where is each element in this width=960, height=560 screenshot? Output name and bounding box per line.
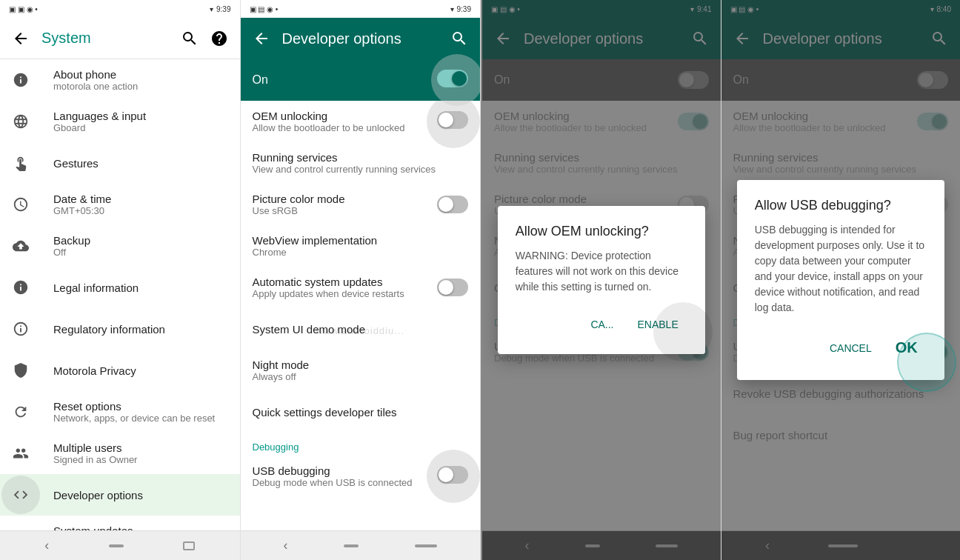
users-sub: Signed in as Owner: [53, 454, 137, 465]
system-title: System: [41, 30, 91, 47]
settings-item-night-mid[interactable]: Night mode Always off: [241, 350, 481, 391]
nav-item-about[interactable]: About phone motorola one action: [0, 59, 240, 101]
back-button-mid[interactable]: [253, 30, 270, 47]
color-title-mid: Picture color mode: [253, 193, 438, 205]
back-nav-left[interactable]: ‹: [44, 538, 49, 553]
usb-dialog-body: USB debugging is intended for developmen…: [755, 222, 927, 316]
nav-item-developer[interactable]: Developer options: [0, 474, 240, 516]
settings-item-oem-mid[interactable]: OEM unlocking Allow the bootloader to be…: [241, 101, 481, 142]
running-title-mid: Running services: [253, 151, 469, 164]
settings-item-webview-mid[interactable]: WebView implementation Chrome: [241, 225, 481, 267]
reset-text: Reset options Network, apps, or device c…: [53, 400, 215, 424]
date-sub: GMT+05:30: [53, 205, 111, 216]
mid-status-left-icons: ▣ ▤ ◉ •: [250, 5, 279, 13]
languages-sub: Gboard: [53, 122, 146, 133]
status-bar-left: ▣ ▣ ◉ • ▾ 9:39: [0, 0, 240, 18]
backup-text: Backup Off: [53, 234, 90, 258]
motorola-title: Motorola Privacy: [53, 364, 136, 377]
system-toolbar: System: [0, 18, 240, 59]
back-nav-mid[interactable]: ‹: [283, 538, 287, 553]
usb-cancel-btn[interactable]: Cancel: [821, 333, 881, 362]
reset-icon: [12, 403, 30, 421]
info-icon: [12, 71, 30, 89]
settings-item-usb-mid[interactable]: USB debugging Debug mode when USB is con…: [241, 456, 481, 497]
dev-title-mid: Developer options: [282, 30, 401, 47]
oem-title-mid: OEM unlocking: [253, 110, 438, 122]
nav-item-motorola[interactable]: Motorola Privacy: [0, 350, 240, 391]
oem-toggle-wrap-mid: [437, 111, 468, 132]
ok-circle: [897, 333, 956, 392]
regulatory-text: Regulatory information: [53, 323, 165, 336]
home-dot-left[interactable]: [109, 544, 124, 547]
webview-title-mid: WebView implementation: [253, 234, 469, 247]
usb-dialog-overlay: Allow USB debugging? USB debugging is in…: [721, 0, 961, 560]
search-button-mid[interactable]: [450, 30, 468, 47]
usb-dialog: Allow USB debugging? USB debugging is in…: [737, 180, 944, 380]
status-bar-mid: ▣ ▤ ◉ • ▾ 9:39: [241, 0, 481, 18]
left-status-icons: ▣ ▣ ◉ •: [9, 5, 38, 13]
motorola-text: Motorola Privacy: [53, 364, 136, 377]
oem-dialog-overlay: Allow OEM unlocking? WARNING: Device pro…: [482, 0, 721, 560]
mid-status-right: ▾ 9:39: [450, 5, 471, 13]
reset-title: Reset options: [53, 400, 215, 413]
oem-cancel-btn[interactable]: Ca...: [581, 313, 622, 336]
help-button-left[interactable]: [210, 30, 228, 47]
nav-item-languages[interactable]: Languages & input Gboard: [0, 101, 240, 142]
nav-item-date[interactable]: Date & time GMT+05:30: [0, 184, 240, 225]
languages-title: Languages & input: [53, 110, 146, 122]
color-toggle-mid[interactable]: [437, 196, 468, 213]
person-icon: [12, 444, 30, 462]
recents-left[interactable]: [183, 541, 195, 550]
color-sub-mid: Use sRGB: [253, 205, 438, 216]
dev-toolbar-mid: Developer options: [241, 18, 481, 59]
gestures-title: Gestures: [53, 157, 99, 170]
watermark-mid: www.androiddiu...: [316, 325, 404, 336]
autoupdate-toggle-mid[interactable]: [437, 279, 468, 296]
night-text-mid: Night mode Always off: [253, 359, 469, 382]
home-dot-mid[interactable]: [344, 544, 359, 547]
qstiles-title-mid: Quick settings developer tiles: [253, 406, 469, 419]
system-panel: ▣ ▣ ◉ • ▾ 9:39 System About phone mot: [0, 0, 241, 560]
search-button-left[interactable]: [181, 30, 199, 47]
usb-toggle-mid[interactable]: [437, 466, 468, 484]
on-bar-mid[interactable]: On: [241, 59, 481, 101]
languages-text: Languages & input Gboard: [53, 110, 146, 133]
oem-dialog: Allow OEM unlocking? WARNING: Device pro…: [498, 206, 705, 354]
settings-item-color-mid[interactable]: Picture color mode Use sRGB: [241, 184, 481, 225]
mid-notif-icons: ▣ ▤ ◉ •: [250, 5, 279, 13]
nav-item-backup[interactable]: Backup Off: [0, 225, 240, 267]
oem-text-mid: OEM unlocking Allow the bootloader to be…: [253, 110, 438, 133]
nav-item-gestures[interactable]: Gestures: [0, 142, 240, 184]
developer-panel-right2: ▣ ▤ ◉ • ▾ 8:40 Developer options On OEM …: [721, 0, 961, 560]
date-title: Date & time: [53, 193, 111, 205]
oem-dialog-title: Allow OEM unlocking?: [516, 224, 687, 239]
running-text-mid: Running services View and control curren…: [253, 151, 469, 175]
developer-panel-right1: ▣ ▤ ◉ • ▾ 9:41 Developer options On OEM …: [482, 0, 721, 560]
developer-text: Developer options: [53, 489, 143, 501]
legal-title: Legal information: [53, 281, 139, 294]
on-toggle-mid[interactable]: [437, 70, 468, 87]
autoupdate-sub-mid: Apply updates when device restarts: [253, 288, 438, 299]
legal-icon: [12, 279, 30, 296]
nav-item-system-updates[interactable]: System updates Updated to Android 9: [0, 516, 240, 530]
code-icon: [12, 486, 30, 504]
settings-item-running-mid[interactable]: Running services View and control curren…: [241, 142, 481, 184]
nav-item-users[interactable]: Multiple users Signed in as Owner: [0, 433, 240, 474]
bottom-bar-mid: ‹: [241, 530, 481, 560]
enable-circle: [653, 302, 713, 361]
developer-panel-mid: ▣ ▤ ◉ • ▾ 9:39 Developer options On: [241, 0, 481, 560]
nav-item-reset[interactable]: Reset options Network, apps, or device c…: [0, 391, 240, 433]
bottom-bar-left: ‹: [0, 530, 240, 560]
about-title: About phone: [53, 68, 138, 81]
settings-item-qstiles-mid[interactable]: Quick settings developer tiles: [241, 391, 481, 433]
on-label-mid: On: [253, 73, 268, 87]
oem-dialog-body: WARNING: Device protection features will…: [516, 248, 687, 295]
nav-item-regulatory[interactable]: Regulatory information: [0, 308, 240, 350]
back-button-left[interactable]: [12, 30, 30, 47]
backup-title: Backup: [53, 234, 90, 247]
shield-icon: [12, 361, 30, 379]
settings-item-autoupdate-mid[interactable]: Automatic system updates Apply updates w…: [241, 267, 481, 308]
oem-toggle-mid[interactable]: [437, 111, 468, 129]
recents-mid[interactable]: [415, 544, 437, 547]
nav-item-legal[interactable]: Legal information: [0, 267, 240, 308]
